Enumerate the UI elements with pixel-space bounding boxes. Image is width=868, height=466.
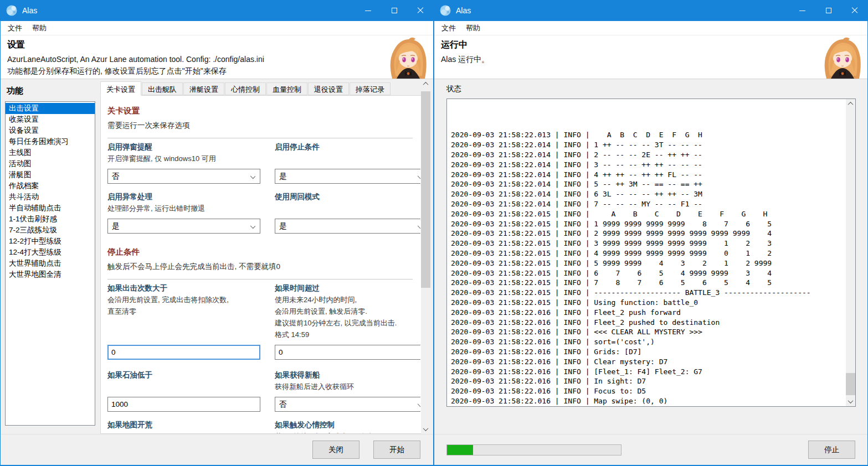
- titlebar[interactable]: Alas: [1, 0, 433, 21]
- tab[interactable]: 关卡设置: [100, 81, 141, 96]
- sidebar-item[interactable]: 出击设置: [6, 103, 95, 114]
- new-ship-select[interactable]: 否: [275, 397, 420, 412]
- settings-scrollbar[interactable]: [421, 79, 430, 434]
- log-line: 2020-09-03 21:58:22.016 | INFO | Grids: …: [451, 347, 846, 357]
- field-label-enable-popup: 启用弹窗提醒: [107, 142, 260, 153]
- close-button[interactable]: [841, 0, 867, 21]
- page-title: 运行中: [441, 39, 867, 51]
- field-label-loop-mode: 使用周回模式: [275, 191, 420, 203]
- log-scrollbar[interactable]: [846, 99, 855, 406]
- menubar: 文件 帮助: [1, 21, 433, 35]
- sidebar: 功能 出击设置收菜设置设备设置每日任务困难演习主线图活动图潜艇图作战档案共斗活动…: [1, 79, 100, 434]
- close-icon: [851, 7, 858, 14]
- scrollbar-thumb[interactable]: [846, 373, 855, 395]
- close-button[interactable]: [407, 0, 433, 21]
- function-list[interactable]: 出击设置收菜设置设备设置每日任务困难演习主线图活动图潜艇图作战档案共斗活动半自动…: [5, 101, 95, 426]
- log-line: 2020-09-03 21:58:22.014 | INFO | 7 -- --…: [451, 199, 846, 209]
- log-line: 2020-09-03 21:58:22.015 | INFO | 5 9999 …: [451, 258, 846, 268]
- chevron-down-icon: [418, 402, 420, 407]
- chevron-down-icon: [250, 174, 255, 179]
- tab[interactable]: 退役设置: [308, 82, 349, 95]
- time-reach-input[interactable]: [275, 345, 420, 360]
- sidebar-item[interactable]: 半自动辅助点击: [6, 203, 95, 214]
- titlebar[interactable]: Alas: [434, 0, 867, 21]
- field-desc-count-greater: 会沿用先前设置, 完成出击将扣除次数, 直至清零: [107, 294, 260, 317]
- sidebar-item[interactable]: 共斗活动: [6, 191, 95, 203]
- menu-help[interactable]: 帮助: [27, 22, 52, 35]
- loop-mode-select[interactable]: 是: [275, 219, 420, 234]
- log-line: 2020-09-03 21:58:22.015 | INFO | 1 9999 …: [451, 219, 846, 229]
- app-icon: [439, 4, 451, 17]
- sidebar-item[interactable]: 12-2打中型练级: [6, 236, 95, 247]
- tab[interactable]: 潜艇设置: [183, 82, 224, 95]
- field-label-enable-stop: 启用停止条件: [275, 142, 420, 153]
- sidebar-item[interactable]: 大世界地图全清: [6, 269, 95, 280]
- log-line: 2020-09-03 21:58:22.016 | INFO | Fleet_2…: [451, 308, 846, 318]
- menu-file[interactable]: 文件: [436, 22, 461, 35]
- enable-stop-select[interactable]: 是: [275, 169, 420, 184]
- tab[interactable]: 掉落记录: [350, 82, 391, 95]
- log-output[interactable]: 2020-09-03 21:58:22.013 | INFO | A B C D…: [447, 99, 846, 406]
- sidebar-item[interactable]: 每日任务困难演习: [6, 136, 95, 147]
- menu-help[interactable]: 帮助: [461, 22, 485, 35]
- field-label-oil-lower: 如果石油低于: [107, 370, 260, 381]
- log-line: 2020-09-03 21:58:22.015 | INFO | -------…: [451, 288, 846, 298]
- log-line: 2020-09-03 21:58:22.014 | INFO | 1 ++ --…: [451, 140, 846, 150]
- close-icon: [417, 7, 424, 14]
- section-title-stage: 关卡设置: [107, 106, 413, 116]
- field-label-count-greater: 如果出击次数大于: [107, 283, 260, 294]
- log-line: 2020-09-03 21:58:22.014 | INFO | 5 -- ++…: [451, 179, 846, 189]
- sidebar-item[interactable]: 收菜设置: [6, 114, 95, 125]
- minimize-button[interactable]: [789, 0, 815, 21]
- settings-form: 关卡设置 需要运行一次来保存选项 启用弹窗提醒 开启弹窗提醒, 仅 window…: [101, 96, 420, 433]
- window-controls: [355, 0, 433, 21]
- chevron-down-icon: [250, 224, 255, 229]
- maximize-button[interactable]: [815, 0, 841, 21]
- sidebar-title: 功能: [7, 86, 100, 96]
- log-line: 2020-09-03 21:58:22.014 | INFO | 3 -- --…: [451, 160, 846, 170]
- maximize-button[interactable]: [381, 0, 407, 21]
- log-line: 2020-09-03 21:58:22.015 | INFO | A B C D…: [451, 209, 846, 219]
- main-panel: 关卡设置出击舰队潜艇设置心情控制血量控制退役设置掉落记录 关卡设置 需要运行一次…: [100, 79, 433, 434]
- menu-file[interactable]: 文件: [3, 22, 27, 35]
- scroll-down-button[interactable]: [846, 397, 855, 406]
- chevron-down-icon: [418, 174, 420, 179]
- sidebar-item[interactable]: 活动图: [6, 158, 95, 169]
- close-app-button[interactable]: 关闭: [312, 441, 359, 459]
- runner-footer: 停止: [434, 434, 867, 465]
- minimize-button[interactable]: [355, 0, 381, 21]
- avatar-image: [387, 37, 429, 79]
- field-desc-enable-popup: 开启弹窗提醒, 仅 windows10 可用: [107, 153, 260, 164]
- app-icon: [6, 4, 18, 17]
- scroll-up-button[interactable]: [846, 99, 855, 108]
- log-box: 2020-09-03 21:58:22.013 | INFO | A B C D…: [446, 99, 856, 407]
- sidebar-item[interactable]: 12-4打大型练级: [6, 247, 95, 258]
- tab[interactable]: 心情控制: [225, 82, 266, 95]
- field-label-new-ship: 如果获得新船: [275, 370, 420, 381]
- tab[interactable]: 出击舰队: [142, 82, 183, 95]
- count-greater-input[interactable]: [107, 345, 260, 360]
- log-line: 2020-09-03 21:58:22.016 | INFO | <<< CLE…: [451, 327, 846, 337]
- app-header: 设置 AzurLaneAutoScript, An Azur Lane auto…: [1, 35, 433, 79]
- oil-lower-input[interactable]: [107, 397, 260, 412]
- sidebar-item[interactable]: 1-1伏击刷好感: [6, 214, 95, 225]
- enable-popup-select[interactable]: 否: [107, 169, 260, 184]
- log-line: 2020-09-03 21:58:22.014 | INFO | 2 -- --…: [451, 150, 846, 160]
- exception-select[interactable]: 是: [107, 219, 260, 234]
- sidebar-item[interactable]: 潜艇图: [6, 169, 95, 180]
- scroll-down-button[interactable]: [421, 424, 430, 434]
- log-line: 2020-09-03 21:58:22.014 | INFO | 6 3L --…: [451, 189, 846, 199]
- minimize-icon: [799, 11, 805, 11]
- page-note: 功能都是分别保存和运行的, 修改设置后别忘了点击"开始"来保存: [7, 65, 433, 77]
- sidebar-item[interactable]: 大世界辅助点击: [6, 258, 95, 269]
- start-button[interactable]: 开始: [373, 441, 420, 459]
- sidebar-item[interactable]: 主线图: [6, 147, 95, 158]
- scrollbar-thumb[interactable]: [421, 91, 430, 288]
- chevron-down-icon: [418, 224, 420, 229]
- sidebar-item[interactable]: 设备设置: [6, 125, 95, 136]
- tab[interactable]: 血量控制: [266, 82, 307, 95]
- sidebar-item[interactable]: 7-2三战拣垃圾: [6, 225, 95, 236]
- stop-button[interactable]: 停止: [808, 441, 855, 459]
- avatar-image: [821, 37, 864, 79]
- sidebar-item[interactable]: 作战档案: [6, 180, 95, 191]
